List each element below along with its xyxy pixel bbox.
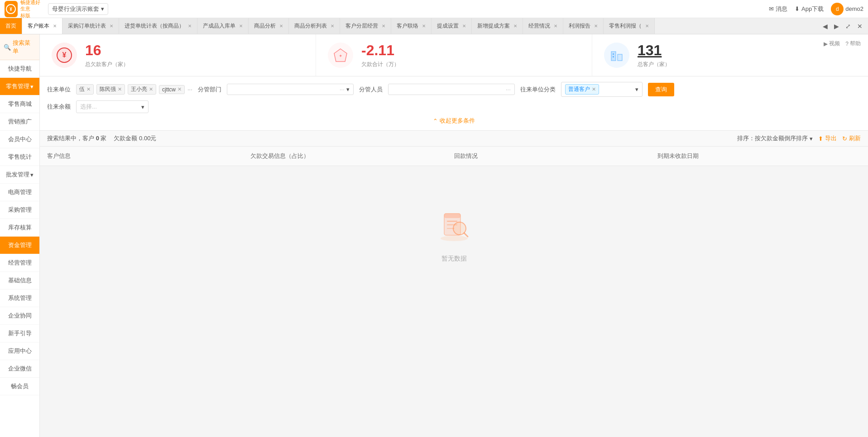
stat-info-total-customers: 131 总客户（家） — [638, 42, 670, 68]
tab-close-icon[interactable]: ✕ — [382, 24, 385, 28]
category-filter-select[interactable]: 普通客户 ✕ ▾ — [561, 82, 643, 97]
tab-home[interactable]: 首页 — [0, 18, 22, 34]
tab-retail-profit[interactable]: 零售利润报（ ✕ — [604, 18, 655, 34]
sidebar-item-member[interactable]: 会员中心 — [0, 131, 39, 148]
sidebar-item-purchase[interactable]: 采购管理 — [0, 201, 39, 219]
tab-commission-settings[interactable]: 提成设置 ✕ — [432, 18, 472, 34]
app-download-button[interactable]: ⬇ App下载 — [795, 5, 824, 13]
sidebar-item-basic[interactable]: 基础信息 — [0, 272, 39, 290]
tab-close-icon[interactable]: ✕ — [239, 24, 243, 28]
sidebar-item-inventory[interactable]: 库存核算 — [0, 219, 39, 237]
query-button[interactable]: 查询 — [648, 83, 674, 96]
tab-business-status[interactable]: 经营情况 ✕ — [523, 18, 563, 34]
filter-tag-wang: 王小亮 ✕ — [128, 84, 156, 95]
sidebar-item-marketing[interactable]: 营销推广 — [0, 113, 39, 131]
filter-tag-chen-close[interactable]: ✕ — [118, 86, 122, 92]
collapse-up-icon: ⌃ — [433, 118, 438, 124]
tab-close-icon[interactable]: ✕ — [645, 24, 649, 28]
tab-produce-inbound[interactable]: 产成品入库单 ✕ — [197, 18, 249, 34]
sidebar-item-retail-shop[interactable]: 零售商城 — [0, 95, 39, 113]
tab-product-analysis-list[interactable]: 商品分析列表 ✕ — [289, 18, 340, 34]
video-helper-button[interactable]: ▶ 视频 — [824, 40, 840, 48]
tab-close-icon[interactable]: ✕ — [188, 24, 192, 28]
messages-button[interactable]: ✉ 消息 — [769, 5, 787, 13]
collapse-button[interactable]: ⌃ 收起更多条件 — [47, 117, 861, 125]
tab-label: 产成品入库单 — [203, 22, 235, 30]
tab-label: 利润报告 — [569, 22, 590, 30]
tab-close-all-icon[interactable]: ✕ — [855, 22, 864, 31]
sidebar-retail-label: 零售管理 — [6, 82, 29, 90]
stat-value-debtors: 16 — [85, 42, 129, 59]
messages-label: 消息 — [776, 5, 787, 13]
remainder-placeholder: 选择... — [80, 103, 97, 111]
tab-close-icon[interactable]: ✕ — [422, 24, 426, 28]
sidebar-item-wechat[interactable]: 企业微信 — [0, 360, 39, 378]
tab-customer-layer[interactable]: 客户分层经营 ✕ — [340, 18, 391, 34]
tab-label: 提成设置 — [437, 22, 459, 30]
stats-row: ¥ 16 总欠款客户（家） ✦ — [40, 34, 868, 76]
tab-product-analysis[interactable]: 商品分析 ✕ — [249, 18, 289, 34]
person-filter-select[interactable]: ··· — [388, 84, 515, 95]
video-icon: ▶ — [824, 41, 828, 47]
tab-profit-report[interactable]: 利润报告 ✕ — [563, 18, 604, 34]
sidebar-item-system[interactable]: 系统管理 — [0, 290, 39, 307]
stat-value-total-customers: 131 — [638, 42, 670, 59]
filter-tag-wu-close[interactable]: ✕ — [86, 86, 91, 92]
sidebar-item-app-center[interactable]: 应用中心 — [0, 342, 39, 360]
filter-more-button[interactable]: ··· — [187, 86, 192, 93]
sidebar-item-retail[interactable]: 零售管理 ▾ — [0, 78, 39, 95]
sidebar-search[interactable]: 🔍 搜索菜单 — [0, 34, 39, 60]
sidebar-item-wholesale[interactable]: 批发管理 ▾ — [0, 166, 39, 184]
tab-close-icon[interactable]: ✕ — [594, 24, 598, 28]
tab-close-icon[interactable]: ✕ — [513, 24, 517, 28]
tab-label: 新增提成方案 — [477, 22, 510, 30]
tab-maximize-icon[interactable]: ⤢ — [844, 22, 853, 31]
tab-close-icon[interactable]: ✕ — [110, 24, 113, 28]
tab-purchase-stat[interactable]: 进货单统计表（按商品） ✕ — [119, 18, 197, 34]
tab-customer-ledger[interactable]: 客户账本 ✕ — [22, 18, 62, 34]
sidebar-member-label: 会员中心 — [8, 136, 32, 142]
workspace-selector[interactable]: 母婴行业演示账套 ▾ — [48, 3, 108, 15]
sidebar-item-collab[interactable]: 企业协同 — [0, 307, 39, 325]
sidebar-item-operation[interactable]: 经营管理 — [0, 254, 39, 272]
tab-purchase-order[interactable]: 采购订单统计表 ✕ — [62, 18, 119, 34]
tab-customer-contact[interactable]: 客户联络 ✕ — [391, 18, 432, 34]
sort-button[interactable]: 排序：按欠款金额倒序排序 ▾ — [737, 134, 813, 142]
filter-tag-wang-close[interactable]: ✕ — [149, 86, 153, 92]
sidebar-item-retail-stat[interactable]: 零售统计 — [0, 148, 39, 166]
category-tag-close[interactable]: ✕ — [592, 86, 596, 92]
sidebar-operation-label: 经营管理 — [8, 259, 32, 266]
sidebar-item-quick-nav[interactable]: 快捷导航 — [0, 60, 39, 78]
dept-filter-select[interactable]: ··· ▾ — [227, 84, 354, 95]
refresh-button[interactable]: ↻ 刷新 — [842, 134, 861, 142]
remainder-chevron-icon: ▾ — [141, 104, 144, 110]
logo-area: ¥ 畅捷通好生意 标版 — [5, 0, 44, 19]
help-helper-button[interactable]: ? 帮助 — [845, 40, 861, 48]
svg-rect-7 — [618, 54, 622, 61]
filter-tag-cjttcw: cjttcw ✕ — [159, 85, 185, 94]
sidebar-marketing-label: 营销推广 — [8, 118, 32, 125]
tab-close-icon[interactable]: ✕ — [331, 24, 334, 28]
sidebar-item-ecommerce[interactable]: 电商管理 — [0, 184, 39, 201]
filter-tag-chen: 陈民强 ✕ — [96, 84, 125, 95]
export-button[interactable]: ⬆ 导出 — [818, 134, 837, 142]
stat-card-debt-total: ✦ -2.11 欠款合计（万） — [316, 34, 592, 76]
tab-add-commission[interactable]: 新增提成方案 ✕ — [472, 18, 523, 34]
tab-label: 客户分层经营 — [345, 22, 378, 30]
tab-next-icon[interactable]: ▶ — [832, 22, 841, 31]
tab-prev-icon[interactable]: ◀ — [821, 22, 830, 31]
tab-close-icon[interactable]: ✕ — [554, 24, 557, 28]
sidebar-item-member2[interactable]: 畅会员 — [0, 378, 39, 395]
svg-text:✦: ✦ — [339, 53, 342, 58]
sidebar-item-newbie[interactable]: 新手引导 — [0, 325, 39, 342]
remainder-filter-select[interactable]: 选择... ▾ — [76, 100, 149, 113]
tab-close-icon[interactable]: ✕ — [53, 24, 57, 28]
stat-icon-debt-total: ✦ — [327, 42, 354, 69]
filter-tag-cjttcw-close[interactable]: ✕ — [177, 86, 182, 92]
tab-close-icon[interactable]: ✕ — [462, 24, 466, 28]
sidebar-item-finance[interactable]: 资金管理 — [0, 237, 39, 254]
user-profile[interactable]: d demo2 — [831, 3, 863, 15]
tab-close-icon[interactable]: ✕ — [279, 24, 283, 28]
stat-info-debtors: 16 总欠款客户（家） — [85, 42, 129, 68]
sidebar-search-button[interactable]: 🔍 搜索菜单 — [4, 39, 36, 55]
